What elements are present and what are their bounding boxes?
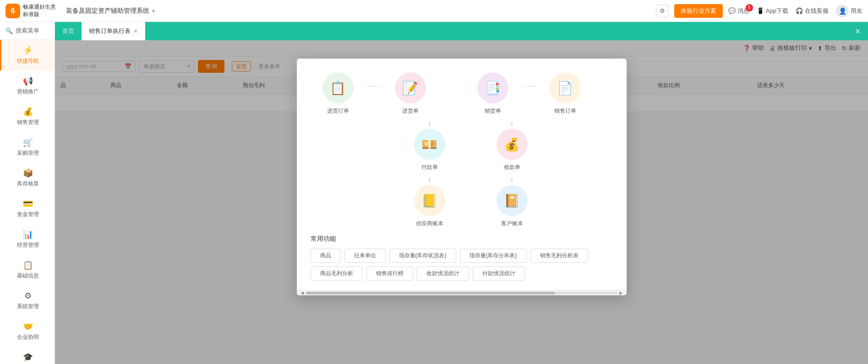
scroll-left-btn[interactable]: ◀ <box>299 289 306 296</box>
system-dropdown-icon[interactable]: ▾ <box>152 8 155 14</box>
customer-ledger-label: 客户账本 <box>501 220 523 228</box>
marketing-icon: 📢 <box>23 76 33 86</box>
flow-node-purchase-bill: 📝 进货单 <box>383 72 438 115</box>
tab-bar: 首页 销售订单执行表 ✕ ✕ <box>55 22 868 40</box>
sidebar-item-purchase[interactable]: 🛒 采购管理 <box>0 132 55 163</box>
sidebar-item-marketing[interactable]: 📢 营销推广 <box>0 71 55 101</box>
purchase-icon: 🛒 <box>23 137 33 147</box>
tab-close-icon[interactable]: ✕ <box>133 28 138 34</box>
sales-bill-label: 销货单 <box>485 107 501 115</box>
func-btn-product-margin[interactable]: 商品毛利分析 <box>311 266 363 281</box>
receipt-label: 收款单 <box>504 163 520 171</box>
flow-node-payment: 💴 付款单 <box>402 129 457 171</box>
inventory-icon: 📦 <box>23 168 33 178</box>
sidebar: 🔍 搜索菜单 ⚡ 快捷导航 📢 营销推广 💰 销售管理 🛒 采 <box>0 22 55 364</box>
system-title: 装备及固定资产辅助管理系统 ▾ <box>66 7 650 15</box>
func-btn-stock-dist[interactable]: 现存量(库存分布表) <box>460 249 527 263</box>
modal-scrollbar[interactable]: ◀ ▶ <box>297 290 627 295</box>
purchase-bill-icon: 📝 <box>395 72 426 103</box>
flow-node-sales-bill: 📑 销货单 <box>465 72 520 115</box>
payment-icon: 💴 <box>414 129 445 160</box>
collaboration-icon: 🤝 <box>23 321 33 331</box>
scroll-right-btn[interactable]: ▶ <box>617 289 625 296</box>
basic-info-icon: 📋 <box>23 260 33 270</box>
finance-icon: 💳 <box>23 199 33 209</box>
system-icon: ⚙ <box>24 291 32 301</box>
sales-order-icon: 📄 <box>550 72 581 103</box>
sidebar-item-collaboration[interactable]: 🤝 企业协同 <box>0 316 55 347</box>
experience-button[interactable]: 体验行业方案 <box>674 4 723 18</box>
sales-bill-icon: 📑 <box>477 72 508 103</box>
sidebar-item-basic-info[interactable]: 📋 基础信息 <box>0 255 55 285</box>
user-menu[interactable]: 👤 用友 <box>836 5 863 17</box>
func-btn-counterparty[interactable]: 往来单位 <box>344 249 386 263</box>
func-btn-sales-margin[interactable]: 销售毛利分析表 <box>530 249 588 263</box>
sidebar-item-operations[interactable]: 📊 经营管理 <box>0 224 55 255</box>
logo-area: 6 畅康通好生意标准版 <box>5 4 60 18</box>
sidebar-item-sales[interactable]: 💰 销售管理 <box>0 101 55 132</box>
content-area: 首页 销售订单执行表 ✕ ✕ ❓帮助 🖨按模板打印 ▾ <box>55 22 868 364</box>
message-button[interactable]: 💬 消息 5 <box>728 7 749 15</box>
sidebar-nav: ⚡ 快捷导航 📢 营销推广 💰 销售管理 🛒 采购管理 📦 库存核算 <box>0 40 55 364</box>
settings-icon[interactable]: ⚙ <box>656 5 669 17</box>
func-btn-sales-rank[interactable]: 销售排行榜 <box>366 266 413 281</box>
scroll-track <box>306 292 617 294</box>
flow-node-receipt: 💰 收款单 <box>485 129 540 171</box>
sidebar-item-inventory[interactable]: 📦 库存核算 <box>0 163 55 193</box>
sales-icon: 💰 <box>23 107 33 117</box>
sales-order-label: 销售订单 <box>554 107 576 115</box>
scroll-thumb <box>306 292 555 294</box>
common-func-title: 常用功能 <box>311 235 613 243</box>
tutorial-icon: 🎓 <box>23 352 33 362</box>
flow-modal: 📋 进货订单 - - - - → <box>297 59 627 295</box>
customer-ledger-icon: 📔 <box>497 185 528 216</box>
flow-node-customer-ledger: 📔 客户账本 <box>485 185 540 228</box>
modal-overlay: 📋 进货订单 - - - - → <box>55 40 868 364</box>
flow-node-supplier-ledger: 📒 供应商账本 <box>402 185 457 228</box>
purchase-bill-label: 进货单 <box>402 107 419 115</box>
supplier-ledger-icon: 📒 <box>414 185 445 216</box>
purchase-order-label: 进货订单 <box>327 107 349 115</box>
tab-bar-close-icon[interactable]: ✕ <box>847 27 868 36</box>
sidebar-item-quick-nav[interactable]: ⚡ 快捷导航 <box>0 40 55 71</box>
tab-sales-order[interactable]: 销售订单执行表 ✕ <box>82 22 145 40</box>
func-btn-receipt-stats[interactable]: 收款情况统计 <box>417 266 469 281</box>
purchase-order-icon: 📋 <box>322 72 354 103</box>
func-btn-stock-status[interactable]: 现存量(库存状况表) <box>389 249 456 263</box>
app-download-button[interactable]: 📱 App下载 <box>757 7 788 15</box>
flow-node-sales-order: 📄 销售订单 <box>538 72 593 115</box>
func-btn-payment-stats[interactable]: 付款情况统计 <box>473 266 525 281</box>
logo-text: 畅康通好生意标准版 <box>23 4 56 18</box>
flow-node-purchase-order: 📋 进货订单 <box>311 72 366 115</box>
payment-label: 付款单 <box>421 163 438 171</box>
modal-scroll-area: 📋 进货订单 - - - - → <box>297 59 627 290</box>
tab-home[interactable]: 首页 <box>55 22 82 40</box>
sidebar-item-system[interactable]: ⚙ 系统管理 <box>0 285 55 316</box>
sidebar-item-finance[interactable]: 💳 资金管理 <box>0 193 55 224</box>
func-btn-product[interactable]: 商品 <box>311 249 341 263</box>
avatar: 👤 <box>836 5 849 17</box>
search-menu[interactable]: 🔍 搜索菜单 <box>0 22 55 40</box>
common-func-buttons: 商品 往来单位 现存量(库存状况表) 现存量(库存分布表) 销售毛利分析表 商品… <box>311 249 613 281</box>
sidebar-item-tutorial[interactable]: 🎓 新手引导 <box>0 347 55 364</box>
quick-nav-icon: ⚡ <box>23 45 33 55</box>
receipt-icon: 💰 <box>497 129 528 160</box>
page-content: ❓帮助 🖨按模板打印 ▾ ⬆导出 ↻刷新 yy <box>55 40 868 364</box>
supplier-ledger-label: 供应商账本 <box>416 220 443 228</box>
operations-icon: 📊 <box>23 229 33 239</box>
online-service-button[interactable]: 🎧 在线客服 <box>796 7 829 15</box>
message-badge: 5 <box>746 4 753 11</box>
logo-icon: 6 <box>5 4 20 18</box>
